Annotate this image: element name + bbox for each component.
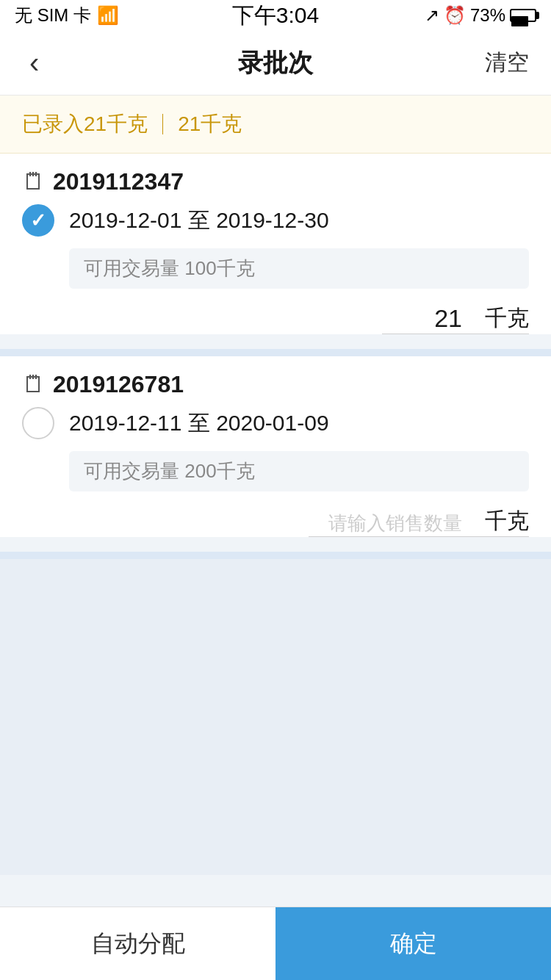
wifi-icon: 📶 (97, 5, 119, 26)
batch-item-2: 🗒 2019126781 2019-12-11 至 2020-01-09 可用交… (0, 356, 551, 537)
nav-bar: ‹ 录批次 清空 (0, 31, 551, 96)
confirm-button[interactable]: 确定 (276, 907, 551, 980)
summary-label: 已录入21千克 (22, 110, 148, 138)
auto-distribute-button[interactable]: 自动分配 (0, 907, 276, 980)
batch-icon-2: 🗒 (22, 371, 46, 398)
batch-icon-1: 🗒 (22, 168, 46, 195)
status-left: 无 SIM 卡 📶 (15, 4, 119, 27)
quantity-input-1[interactable] (400, 304, 473, 333)
batch-item-1: 🗒 2019112347 ✓ 2019-12-01 至 2019-12-30 可… (0, 154, 551, 334)
quantity-input-2[interactable] (282, 507, 473, 536)
summary-divider (162, 114, 163, 134)
batch-id-2: 2019126781 (53, 371, 184, 398)
bottom-bar: 自动分配 确定 (0, 907, 551, 980)
batch-row-2[interactable]: 2019-12-11 至 2020-01-09 (22, 407, 529, 439)
batch-id-1: 2019112347 (53, 168, 184, 195)
page-title: 录批次 (238, 46, 313, 80)
radio-1[interactable]: ✓ (22, 204, 54, 237)
status-time: 下午3:04 (232, 1, 319, 31)
available-tag-1: 可用交易量 100千克 (69, 248, 529, 289)
location-icon: ↗ (425, 5, 439, 26)
batch-header-1: 🗒 2019112347 (22, 168, 529, 195)
clear-button[interactable]: 清空 (485, 48, 529, 78)
input-underline-1 (382, 334, 529, 334)
quantity-row-2: 千克 (22, 491, 529, 536)
empty-area (0, 559, 551, 875)
alarm-icon: ⏰ (444, 5, 466, 26)
check-icon-1: ✓ (30, 209, 46, 232)
summary-bar: 已录入21千克 21千克 (0, 96, 551, 154)
sim-text: 无 SIM 卡 (15, 4, 91, 27)
quantity-section-1: 千克 (22, 289, 529, 334)
section-divider-2 (0, 552, 551, 559)
quantity-unit-1: 千克 (485, 303, 529, 334)
batch-row-1[interactable]: ✓ 2019-12-01 至 2019-12-30 (22, 204, 529, 237)
section-divider-1 (0, 349, 551, 356)
status-bar: 无 SIM 卡 📶 下午3:04 ↗ ⏰ 73% (0, 0, 551, 31)
batch-date-1: 2019-12-01 至 2019-12-30 (69, 206, 329, 236)
quantity-unit-2: 千克 (485, 506, 529, 536)
battery-text: 73% (470, 5, 505, 26)
status-right: ↗ ⏰ 73% (425, 5, 536, 26)
summary-value: 21千克 (178, 110, 242, 138)
batch-header-2: 🗒 2019126781 (22, 371, 529, 398)
quantity-section-2: 千克 (22, 491, 529, 537)
battery-icon (510, 9, 536, 22)
batch-date-2: 2019-12-11 至 2020-01-09 (69, 408, 329, 439)
available-tag-2: 可用交易量 200千克 (69, 451, 529, 491)
radio-2[interactable] (22, 407, 54, 439)
input-underline-2 (309, 536, 529, 537)
quantity-row-1: 千克 (22, 289, 529, 334)
back-button[interactable]: ‹ (22, 39, 46, 87)
